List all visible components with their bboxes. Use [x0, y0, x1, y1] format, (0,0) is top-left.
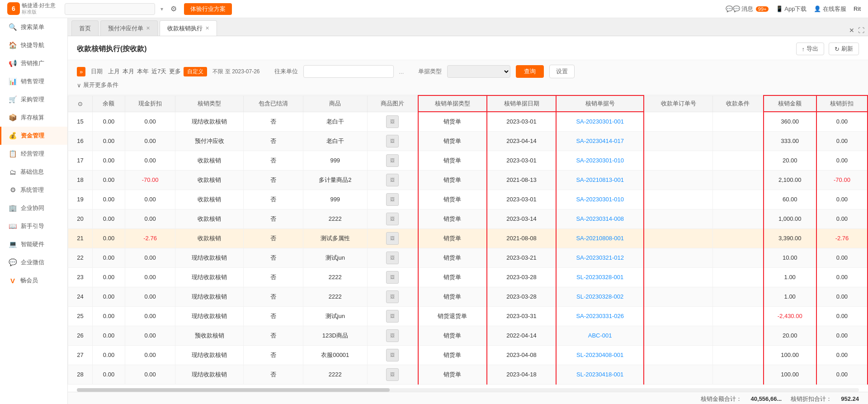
sidebar-item-search-menu[interactable]: 🔍 搜索菜单	[0, 18, 67, 36]
sidebar-item-hardware[interactable]: 💻 智能硬件	[0, 235, 67, 253]
bill-no-link[interactable]: SL-20230408-001	[576, 352, 623, 358]
row-cancel-discount: 0.00	[816, 365, 868, 384]
app-download-link[interactable]: 📱 App下载	[776, 5, 807, 13]
row-bill-no[interactable]: SA-20230301-001	[556, 112, 644, 131]
corp-icon: 🏢	[9, 204, 17, 212]
bill-no-link[interactable]: SA-20230321-012	[576, 254, 624, 261]
row-cancel-type: 现结收款核销	[175, 112, 244, 131]
dropdown-arrow[interactable]: ▾	[160, 6, 163, 12]
col-receipt-terms: 收款条件	[712, 95, 763, 112]
refresh-button[interactable]: ↻ 刷新	[829, 43, 859, 55]
fund-icon: 💰	[9, 132, 17, 140]
row-bill-type: 销货单	[418, 365, 487, 384]
row-receipt-order-no	[644, 306, 712, 326]
close-window-icon[interactable]: ✕	[849, 27, 854, 34]
service-link[interactable]: 👤 在线客服	[814, 5, 846, 13]
period-7days[interactable]: 近7天	[151, 67, 166, 76]
goods-img-cell: 🖼	[367, 170, 418, 190]
bill-no-link[interactable]: SA-20230301-010	[576, 196, 624, 203]
row-cancel-discount: 0.00	[816, 287, 868, 306]
goods-img-cell: 🖼	[367, 345, 418, 365]
scrollbar-thumb[interactable]	[77, 388, 390, 392]
sidebar-item-guide[interactable]: 📖 新手引导	[0, 217, 67, 235]
row-bill-no[interactable]: SL-20230418-001	[556, 365, 644, 384]
expand-more-btn[interactable]: ∨ 展开更多条件	[77, 81, 859, 89]
period-custom[interactable]: 自定义	[184, 67, 207, 76]
date-range-text: 不限 至 2023-07-26	[212, 68, 259, 76]
row-bill-no[interactable]: SA-20210813-001	[556, 170, 644, 190]
query-button[interactable]: 查询	[516, 65, 544, 78]
sidebar-item-system[interactable]: ⚙ 系统管理	[0, 181, 67, 199]
message-link[interactable]: 💬 消息 99+	[726, 5, 769, 13]
bill-no-link[interactable]: SL-20230328-001	[576, 274, 623, 280]
sidebar-item-vip[interactable]: V 畅会员	[0, 271, 67, 290]
row-bill-no[interactable]: SL-20230328-001	[556, 267, 644, 287]
gear-icon[interactable]	[169, 4, 179, 14]
message-icon: 💬	[726, 5, 740, 12]
maximize-icon[interactable]: ⛶	[858, 27, 864, 34]
row-bill-no[interactable]: SA-20230321-012	[556, 248, 644, 267]
row-goods: 老白干	[303, 112, 367, 131]
search-input[interactable]	[65, 3, 155, 15]
period-more[interactable]: 更多	[169, 67, 181, 76]
bill-type-select[interactable]	[447, 65, 510, 78]
row-bill-no[interactable]: SL-20230408-001	[556, 345, 644, 365]
sidebar-item-fund[interactable]: 💰 资金管理	[0, 127, 67, 145]
row-bill-no[interactable]: SA-20230301-010	[556, 190, 644, 209]
row-cash-discount: 0.00	[125, 209, 175, 228]
row-receipt-terms	[712, 170, 763, 190]
tab-receipt-close[interactable]: ✕	[205, 25, 209, 31]
period-this-year[interactable]: 本年	[137, 67, 149, 76]
row-include-settled: 否	[244, 151, 303, 170]
period-this-month[interactable]: 本月	[123, 67, 134, 76]
bill-no-link[interactable]: SA-20210813-001	[576, 176, 624, 183]
sidebar-item-stock[interactable]: 📦 库存核算	[0, 109, 67, 127]
sidebar-item-sales[interactable]: 📊 销售管理	[0, 72, 67, 90]
bill-no-link[interactable]: SA-20230301-001	[576, 118, 624, 125]
tab-advance-close[interactable]: ✕	[146, 25, 150, 31]
export-button[interactable]: ↑ 导出	[796, 43, 825, 55]
bill-no-link[interactable]: SA-20210808-001	[576, 235, 624, 242]
data-table-wrap: ⊙ 余额 现金折扣 核销类型 包含已结清 商品 商品图片 核销单据类型 核销单据…	[68, 95, 868, 388]
row-bill-no[interactable]: SA-20230331-026	[556, 306, 644, 326]
tab-advance[interactable]: 预付冲应付单 ✕	[100, 20, 158, 36]
sidebar-item-corp[interactable]: 🏢 企业协同	[0, 199, 67, 217]
row-bill-no[interactable]: ABC-001	[556, 326, 644, 345]
col-cancel-type: 核销类型	[175, 95, 244, 112]
col-settings[interactable]: ⊙	[68, 95, 93, 112]
bill-no-link[interactable]: SA-20230331-026	[576, 313, 624, 319]
bill-no-link[interactable]: SL-20230328-002	[576, 293, 623, 300]
bill-no-link[interactable]: SA-20230301-010	[576, 157, 624, 164]
period-last-month[interactable]: 上月	[108, 67, 120, 76]
bill-no-link[interactable]: SL-20230418-001	[576, 371, 623, 378]
row-bill-no[interactable]: SA-20230301-010	[556, 151, 644, 170]
filter-expand-btn[interactable]: »	[77, 67, 85, 76]
bill-no-link[interactable]: ABC-001	[588, 332, 612, 339]
party-separator: ...	[399, 68, 404, 75]
sidebar-item-purchase[interactable]: 🛒 采购管理	[0, 90, 67, 109]
sidebar-item-biz-manage[interactable]: 📋 经营管理	[0, 145, 67, 163]
bill-no-link[interactable]: SA-20230414-017	[576, 138, 624, 144]
row-bill-no[interactable]: SA-20230414-017	[556, 131, 644, 151]
row-bill-no[interactable]: SA-20230314-008	[556, 209, 644, 228]
party-input[interactable]	[303, 65, 394, 78]
solution-button[interactable]: 体验行业方案	[184, 3, 232, 15]
setting-button[interactable]: 设置	[549, 65, 575, 78]
sidebar-item-wechat[interactable]: 💬 企业微信	[0, 253, 67, 271]
tab-receipt[interactable]: 收款核销执行 ✕	[160, 20, 217, 36]
row-receipt-terms	[712, 248, 763, 267]
sidebar-item-base-info[interactable]: 🗂 基础信息	[0, 163, 67, 181]
bill-no-link[interactable]: SA-20230314-008	[576, 215, 624, 222]
row-cancel-type: 预付冲应收	[175, 131, 244, 151]
sidebar-item-marketing[interactable]: 📢 营销推广	[0, 54, 67, 72]
row-cash-discount: 0.00	[125, 151, 175, 170]
row-include-settled: 否	[244, 112, 303, 131]
row-cancel-amount: 60.00	[764, 190, 816, 209]
row-bill-no[interactable]: SL-20230328-002	[556, 287, 644, 306]
row-bill-no[interactable]: SA-20210808-001	[556, 228, 644, 248]
sidebar-item-quick-nav[interactable]: 🏠 快捷导航	[0, 36, 67, 54]
tab-home[interactable]: 首页	[71, 20, 99, 36]
user-name[interactable]: Rit	[854, 5, 861, 12]
horizontal-scrollbar[interactable]	[77, 388, 859, 392]
row-include-settled: 否	[244, 326, 303, 345]
